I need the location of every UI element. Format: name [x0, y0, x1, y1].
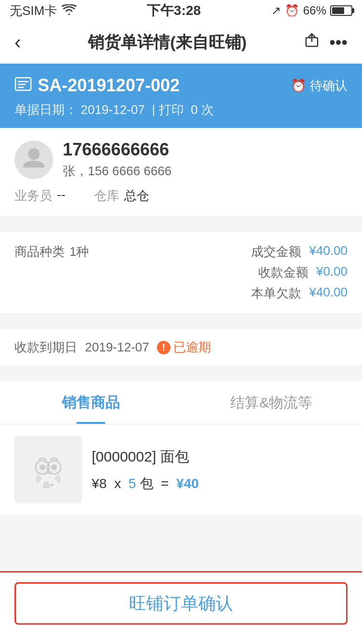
product-price: ¥8 x 5 包 = ¥40 [92, 475, 348, 493]
product-image: 品+ [14, 436, 82, 504]
product-name: [0000002] 面包 [92, 447, 348, 467]
due-date-value: 2019-12-07 [85, 340, 149, 355]
status-bar-left: 无SIM卡 [10, 2, 76, 19]
product-info: [0000002] 面包 ¥8 x 5 包 = ¥40 [92, 436, 348, 504]
divider-1 [0, 216, 362, 224]
summary-section: 商品种类 1种 成交金额 ¥40.00 收款金额 ¥0.00 本单欠款 ¥40.… [0, 232, 362, 314]
order-date-row: 单据日期： 2019-12-07 | 打印 0 次 [14, 101, 348, 118]
order-icon [14, 75, 32, 96]
tabs: 销售商品 结算&物流等 [0, 381, 362, 424]
salesperson-label: 业务员 [14, 187, 52, 204]
price-value: ¥8 [92, 476, 107, 491]
product-name-text: 面包 [160, 448, 189, 464]
product-unit: 包 [140, 476, 153, 491]
receipt-amount-label: 收款金额 [258, 264, 308, 281]
customer-name: 张，156 6666 6666 [63, 163, 348, 180]
tab-sales-product[interactable]: 销售商品 [0, 381, 181, 424]
equals-sign: = [157, 476, 172, 491]
overdue-badge: ! 已逾期 [157, 339, 211, 356]
order-date: 2019-12-07 [81, 102, 145, 117]
customer-avatar [14, 140, 53, 179]
bottom-bar: 旺铺订单确认 [0, 571, 362, 644]
customer-card: 17666666666 张，156 6666 6666 业务员 -- 仓库 总仓 [0, 128, 362, 216]
warehouse-item: 仓库 总仓 [94, 187, 149, 204]
date-label: 单据日期： [14, 102, 77, 117]
product-kind-label: 商品种类 [14, 243, 65, 260]
svg-point-6 [51, 464, 57, 470]
product-item: 品+ [0000002] 面包 ¥8 x 5 包 = ¥40 [0, 424, 362, 516]
deal-amount-value: ¥40.00 [309, 243, 348, 260]
receipt-amount-value: ¥0.00 [316, 264, 348, 281]
svg-text:品+: 品+ [43, 481, 54, 489]
amount-area: 成交金额 ¥40.00 收款金额 ¥0.00 本单欠款 ¥40.00 [251, 243, 348, 302]
nav-actions: ••• [304, 32, 348, 53]
confirm-order-button[interactable]: 旺铺订单确认 [14, 582, 348, 625]
product-kind-area: 商品种类 1种 [14, 243, 89, 260]
carrier-label: 无SIM卡 [10, 2, 57, 19]
alarm-icon: ⏰ [285, 4, 299, 17]
customer-info: 17666666666 张，156 6666 6666 [63, 140, 348, 180]
nav-bar: ‹ 销货单详情(来自旺铺) ••• [0, 21, 362, 64]
salesperson-value: -- [57, 187, 65, 204]
tab-sales-label: 销售商品 [62, 393, 120, 413]
salesperson-item: 业务员 -- [14, 187, 65, 204]
overdue-text: 已逾期 [173, 339, 211, 356]
avatar-icon [21, 144, 46, 175]
nav-title: 销货单详情(来自旺铺) [30, 31, 304, 54]
battery-icon [330, 5, 352, 16]
product-qty: 5 [128, 476, 136, 491]
multiply-sign: x [111, 476, 125, 491]
order-id-row: SA-20191207-002 [14, 75, 180, 96]
print-label: | 打印 [148, 102, 187, 117]
deal-amount-label: 成交金额 [251, 243, 301, 260]
print-unit: 次 [201, 102, 214, 117]
receipt-amount-row: 收款金额 ¥0.00 [258, 264, 348, 281]
product-code: [0000002] [92, 448, 156, 464]
wifi-icon [62, 3, 76, 18]
product-kind-value: 1种 [70, 243, 89, 260]
status-time: 下午3:28 [147, 1, 201, 20]
more-button[interactable]: ••• [329, 32, 348, 53]
due-date-label: 收款到期日 [14, 339, 77, 356]
svg-point-2 [28, 148, 40, 160]
location-icon: ↗ [271, 4, 281, 17]
customer-meta: 业务员 -- 仓库 总仓 [14, 187, 348, 204]
overdue-icon: ! [157, 341, 170, 354]
due-date-section: 收款到期日 2019-12-07 ! 已逾期 [0, 329, 362, 366]
tab-settlement[interactable]: 结算&物流等 [181, 381, 362, 424]
tab-settlement-label: 结算&物流等 [230, 393, 312, 413]
status-clock-icon: ⏰ [291, 78, 306, 93]
tab-indicator [76, 422, 105, 424]
order-id-text: SA-20191207-002 [38, 75, 180, 96]
status-text: 待确认 [310, 77, 348, 94]
product-total: ¥40 [176, 476, 199, 491]
svg-point-5 [40, 464, 45, 470]
back-button[interactable]: ‹ [14, 31, 21, 53]
debt-row: 本单欠款 ¥40.00 [251, 285, 348, 302]
debt-amount-value: ¥40.00 [309, 285, 348, 302]
battery-percentage: 66% [303, 4, 326, 17]
deal-amount-row: 成交金额 ¥40.00 [251, 243, 348, 260]
divider-2 [0, 314, 362, 322]
warehouse-value: 总仓 [124, 187, 149, 204]
product-section: 品+ [0000002] 面包 ¥8 x 5 包 = ¥40 [0, 424, 362, 516]
divider-3 [0, 366, 362, 374]
customer-phone: 17666666666 [63, 140, 348, 160]
share-button[interactable] [304, 32, 320, 53]
order-header: SA-20191207-002 ⏰ 待确认 单据日期： 2019-12-07 |… [0, 64, 362, 128]
print-count: 0 [191, 102, 197, 117]
order-status: ⏰ 待确认 [291, 77, 348, 94]
status-bar: 无SIM卡 下午3:28 ↗ ⏰ 66% [0, 0, 362, 21]
debt-label: 本单欠款 [251, 285, 301, 302]
warehouse-label: 仓库 [94, 187, 119, 204]
status-bar-right: ↗ ⏰ 66% [271, 4, 352, 17]
